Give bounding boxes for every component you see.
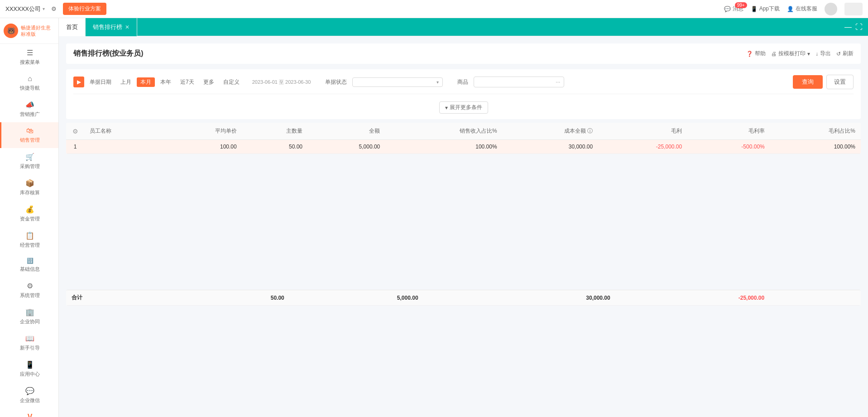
expand-icon: ▾: [445, 105, 448, 111]
col-gross: 毛利: [598, 123, 687, 140]
guide-icon: 📖: [25, 334, 34, 343]
cell-grosspct: 100.00%: [770, 140, 861, 154]
sidebar-item-system[interactable]: ⚙ 系统管理: [0, 277, 58, 303]
date-tab-7days[interactable]: 近7天: [177, 77, 198, 87]
goods-input[interactable]: ···: [474, 77, 564, 87]
sidebar-item-sales[interactable]: 🛍 销售管理: [0, 122, 58, 148]
print-dropdown-arrow: ▾: [807, 51, 810, 57]
system-icon: ⚙: [27, 282, 33, 290]
enterprise-icon: 🏢: [25, 308, 34, 316]
company-dropdown-arrow: ▾: [43, 6, 45, 11]
tab-expand-icon[interactable]: ⛶: [855, 23, 863, 31]
tab-home-label: 首页: [66, 23, 78, 31]
cell-amount: 5,000.00: [308, 140, 385, 154]
footer-qty: 50.00: [187, 290, 290, 306]
avatar[interactable]: [825, 3, 837, 15]
date-tab-this-month[interactable]: 本月: [137, 77, 155, 87]
purchase-icon: 🛒: [25, 153, 34, 161]
footer-grossrate: [770, 290, 815, 306]
sidebar-label-operation: 经营管理: [20, 242, 40, 249]
filter-toggle-btn[interactable]: ▶: [73, 77, 84, 87]
goods-more-icon[interactable]: ···: [556, 79, 560, 85]
sidebar-label-quicknav: 快捷导航: [20, 85, 40, 91]
member-icon: V: [28, 413, 33, 417]
sales-rank-table: ⚙ 员工名称 平均单价 主数量 全额 销售收入占比% 成本全额 ⓘ: [66, 123, 861, 154]
sidebar-item-search[interactable]: ☰ 搜索菜单: [0, 44, 58, 70]
table-row: 1 100.00 50.00 5,000.00 100.00% 30,000.0…: [66, 140, 861, 154]
sidebar-item-finance[interactable]: 💰 资金管理: [0, 201, 58, 227]
online-service-button[interactable]: 👤 在线客服: [787, 5, 817, 13]
help-button[interactable]: ❓ 帮助: [746, 50, 766, 58]
tab-home[interactable]: 首页: [59, 18, 86, 36]
sidebar-label-marketing: 营销推广: [20, 111, 40, 118]
sidebar-label-guide: 新手引导: [20, 345, 40, 351]
sidebar-item-quicknav[interactable]: ⌂ 快捷导航: [0, 70, 58, 96]
sidebar-item-enterprise[interactable]: 🏢 企业协同: [0, 303, 58, 330]
page-title: 销售排行榜(按业务员): [73, 49, 144, 58]
sidebar-item-inventory[interactable]: 📦 库存核算: [0, 174, 58, 201]
col-settings[interactable]: ⚙: [66, 123, 84, 140]
print-icon: 🖨: [771, 51, 777, 57]
col-avgprice: 平均单价: [163, 123, 242, 140]
sidebar-item-apps[interactable]: 📱 应用中心: [0, 356, 58, 382]
message-icon: 💬: [724, 6, 731, 12]
date-tab-custom[interactable]: 自定义: [220, 77, 243, 87]
export-button[interactable]: ↓ 导出: [815, 50, 831, 58]
refresh-icon: ↺: [836, 51, 841, 57]
user-name: [844, 3, 863, 15]
tab-close-icon[interactable]: ✕: [125, 24, 129, 30]
sidebar-label-enterprise: 企业协同: [20, 318, 40, 325]
date-tab-last-month[interactable]: 上月: [117, 77, 135, 87]
basics-icon: 🔢: [27, 258, 34, 264]
company-selector[interactable]: XXXXXX公司 ▾: [5, 5, 45, 13]
status-dropdown-arrow: ▾: [436, 80, 439, 85]
col-costamount: 成本全额 ⓘ: [503, 123, 599, 140]
date-tab-more[interactable]: 更多: [200, 77, 218, 87]
date-tab-this-year[interactable]: 本年: [157, 77, 175, 87]
expand-filters-btn[interactable]: ▾ 展开更多条件: [439, 101, 488, 114]
tab-minimize-icon[interactable]: —: [844, 23, 852, 31]
app-download-button[interactable]: 📱 App下载: [751, 5, 780, 13]
footer-grosspct: [815, 290, 861, 306]
cell-grossrate: -500.00%: [687, 140, 770, 154]
sidebar-label-purchase: 采购管理: [20, 163, 40, 170]
cell-salespct: 100.00%: [385, 140, 502, 154]
sidebar-item-member[interactable]: V 畅会员: [0, 408, 58, 417]
trial-button[interactable]: 体验行业方案: [63, 3, 106, 15]
table-footer: 合计 50.00 5,000.00 30,000.00 -25,000.00: [66, 290, 861, 306]
service-icon: 👤: [787, 6, 794, 12]
sidebar-label-finance: 资金管理: [20, 216, 40, 222]
export-icon: ↓: [815, 51, 818, 57]
finance-icon: 💰: [25, 205, 34, 214]
help-icon: ❓: [746, 51, 753, 57]
col-grosspct: 毛利占比%: [770, 123, 861, 140]
sidebar-item-purchase[interactable]: 🛒 采购管理: [0, 148, 58, 174]
col-amount: 全额: [308, 123, 385, 140]
online-service-label: 在线客服: [796, 5, 817, 13]
sidebar-item-operation[interactable]: 📋 经营管理: [0, 227, 58, 253]
footer-costamount: 30,000.00: [469, 290, 616, 306]
refresh-button[interactable]: ↺ 刷新: [836, 50, 854, 58]
col-salespct: 销售收入占比%: [385, 123, 502, 140]
status-select[interactable]: ▾: [352, 77, 443, 87]
date-tabs: 上月 本月 本年 近7天 更多 自定义: [117, 77, 243, 87]
operation-icon: 📋: [25, 231, 34, 240]
tab-sales-rank[interactable]: 销售排行榜 ✕: [86, 18, 137, 36]
settings-icon[interactable]: ⚙: [48, 4, 59, 14]
print-button[interactable]: 🖨 按模板打印 ▾: [771, 50, 810, 58]
sidebar-item-guide[interactable]: 📖 新手引导: [0, 330, 58, 356]
goods-label: 商品: [457, 78, 468, 86]
footer-amount: 5,000.00: [290, 290, 424, 306]
wechat-icon: 💬: [25, 387, 34, 395]
logo-icon: 🐻: [4, 24, 18, 38]
cell-gross: -25,000.00: [598, 140, 687, 154]
sidebar-label-inventory: 库存核算: [20, 189, 40, 196]
apps-icon: 📱: [25, 360, 34, 369]
message-button[interactable]: 💬 消息 99+: [724, 5, 743, 13]
sidebar-item-marketing[interactable]: 📣 营销推广: [0, 96, 58, 122]
sidebar-item-wechat[interactable]: 💬 企业微信: [0, 382, 58, 408]
settings-button[interactable]: 设置: [826, 75, 854, 89]
sidebar-label-apps: 应用中心: [20, 371, 40, 378]
query-button[interactable]: 查询: [793, 75, 823, 89]
sidebar-item-basics[interactable]: 🔢 基础信息: [0, 253, 58, 277]
